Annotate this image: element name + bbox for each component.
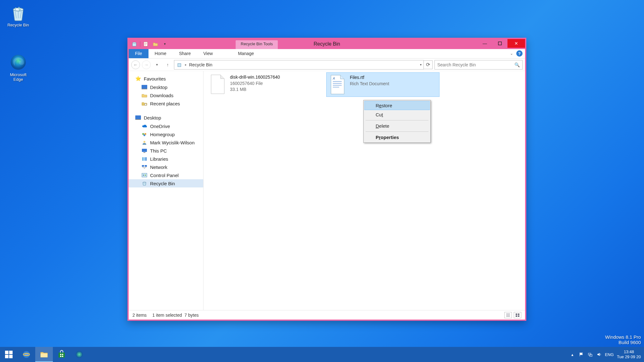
file-item-selected[interactable]: A Files.rtf Rich Text Document [326, 72, 440, 97]
maximize-button[interactable] [492, 39, 507, 48]
svg-point-0 [13, 8, 23, 11]
menu-item-delete[interactable]: Delete [364, 121, 430, 131]
rtf-file-icon: A [328, 75, 346, 95]
file-type: Rich Text Document [350, 81, 389, 87]
ribbon-tab-manage[interactable]: Manage [232, 49, 260, 58]
file-name: Files.rtf [350, 75, 389, 81]
ribbon-expand-icon[interactable]: ⌄ [510, 51, 513, 56]
svg-point-26 [143, 182, 146, 183]
svg-point-14 [143, 134, 145, 136]
network-tray-icon[interactable] [587, 352, 593, 357]
nav-item-control-panel[interactable]: Control Panel [129, 171, 203, 179]
nav-item-recycle-bin[interactable]: Recycle Bin [129, 179, 203, 187]
file-type: 1600257640 File [230, 81, 280, 87]
svg-rect-28 [516, 314, 517, 315]
taskbar-explorer[interactable] [35, 347, 53, 362]
nav-item-libraries[interactable]: Libraries [129, 155, 203, 163]
close-button[interactable]: ✕ [507, 39, 525, 48]
quick-access-toolbar: ▼ [129, 39, 169, 49]
recycle-bin-small-icon[interactable] [131, 40, 138, 48]
menu-item-properties[interactable]: Properties [364, 133, 430, 142]
ribbon-tab-home[interactable]: Home [148, 49, 173, 58]
svg-rect-43 [62, 356, 63, 357]
qat-dropdown-icon[interactable]: ▼ [161, 40, 169, 48]
svg-rect-8 [142, 89, 147, 89]
nav-item-desktop[interactable]: Desktop [129, 83, 203, 91]
status-selection: 1 item selected [152, 313, 182, 318]
menu-separator [366, 120, 428, 120]
new-folder-icon[interactable] [152, 40, 159, 48]
start-button[interactable] [0, 347, 18, 362]
view-details-button[interactable] [504, 312, 512, 318]
help-icon[interactable]: ? [516, 50, 523, 57]
contextual-tool-tab[interactable]: Recycle Bin Tools [236, 40, 278, 49]
tray-language[interactable]: ENG [605, 352, 614, 357]
ribbon-tab-file[interactable]: File [129, 49, 148, 58]
svg-rect-10 [135, 115, 141, 119]
menu-item-restore[interactable]: Restore [364, 101, 430, 110]
taskbar-store[interactable] [53, 347, 70, 362]
libraries-icon [141, 156, 148, 162]
nav-item-network[interactable]: Network [129, 163, 203, 171]
svg-rect-34 [5, 355, 8, 358]
nav-group-favourites[interactable]: ⭐ Favourites [129, 74, 203, 83]
taskbar-ie[interactable] [18, 347, 35, 362]
taskbar-edge[interactable] [70, 347, 88, 362]
network-icon [141, 164, 148, 170]
volume-icon[interactable] [596, 352, 602, 357]
svg-rect-22 [145, 165, 147, 167]
properties-icon[interactable] [142, 40, 150, 48]
nav-group-desktop[interactable]: Desktop [129, 113, 203, 122]
nav-item-this-pc[interactable]: This PC [129, 147, 203, 155]
svg-rect-40 [60, 354, 61, 355]
refresh-button[interactable]: ⟳ [424, 60, 433, 69]
minimize-button[interactable]: — [477, 39, 492, 48]
back-button[interactable]: ← [131, 60, 140, 69]
ribbon-tabs: File Home Share View Manage ⌄ ? [129, 49, 525, 58]
svg-rect-11 [135, 119, 141, 120]
ribbon-tab-share[interactable]: Share [173, 49, 197, 58]
view-icons-button[interactable] [514, 312, 521, 318]
svg-rect-30 [516, 315, 517, 317]
address-dropdown-icon[interactable]: ▾ [420, 63, 422, 66]
recycle-bin-icon [141, 180, 148, 187]
nav-item-user[interactable]: Mark Wycislik-Wilson [129, 138, 203, 147]
svg-rect-18 [142, 157, 143, 161]
ribbon-tab-view[interactable]: View [197, 49, 219, 58]
search-placeholder: Search Recycle Bin [437, 62, 476, 67]
menu-item-cut[interactable]: Cut [364, 110, 430, 119]
nav-item-downloads[interactable]: Downloads [129, 91, 203, 99]
downloads-icon [141, 92, 148, 98]
desktop-icon-recycle-bin[interactable]: Recycle Bin [6, 4, 31, 27]
address-bar[interactable]: ▸ Recycle Bin ▾ [174, 60, 424, 70]
svg-point-3 [132, 42, 136, 43]
up-button[interactable]: ↑ [163, 60, 172, 69]
context-menu: Restore Cut Delete Properties [363, 100, 431, 143]
svg-rect-32 [5, 351, 8, 354]
svg-rect-16 [142, 149, 147, 152]
navigation-pane: ⭐ Favourites Desktop Downloads Recent pl… [129, 71, 204, 310]
titlebar[interactable]: ▼ Recycle Bin Tools Recycle Bin — ✕ [129, 39, 525, 49]
nav-item-recent-places[interactable]: Recent places [129, 99, 203, 108]
recent-locations-dropdown[interactable]: ▼ [153, 60, 161, 69]
svg-point-24 [143, 175, 144, 176]
flag-icon[interactable] [579, 352, 584, 357]
tray-clock[interactable]: 13:48 Tue 29 09 20 [617, 349, 641, 359]
desktop-icon-edge[interactable]: Microsoft Edge [6, 53, 31, 82]
search-input[interactable]: Search Recycle Bin 🔍 [434, 60, 523, 70]
system-tray: ▴ ENG 13:48 Tue 29 09 20 [570, 349, 644, 359]
svg-rect-39 [59, 353, 65, 358]
svg-point-44 [76, 351, 83, 358]
star-icon: ⭐ [135, 75, 141, 82]
tray-overflow-icon[interactable]: ▴ [570, 352, 575, 357]
svg-rect-6 [178, 64, 181, 67]
search-icon: 🔍 [514, 62, 520, 67]
file-item[interactable]: disk-drill-win.1600257640 1600257640 Fil… [207, 72, 320, 96]
svg-rect-5 [498, 42, 501, 45]
breadcrumb-location[interactable]: Recycle Bin [189, 62, 212, 67]
forward-button[interactable]: → [142, 60, 151, 69]
nav-item-homegroup[interactable]: Homegroup [129, 130, 203, 138]
svg-rect-31 [518, 315, 519, 317]
status-bar: 2 items 1 item selected 7 bytes [129, 310, 525, 320]
nav-item-onedrive[interactable]: OneDrive [129, 122, 203, 130]
